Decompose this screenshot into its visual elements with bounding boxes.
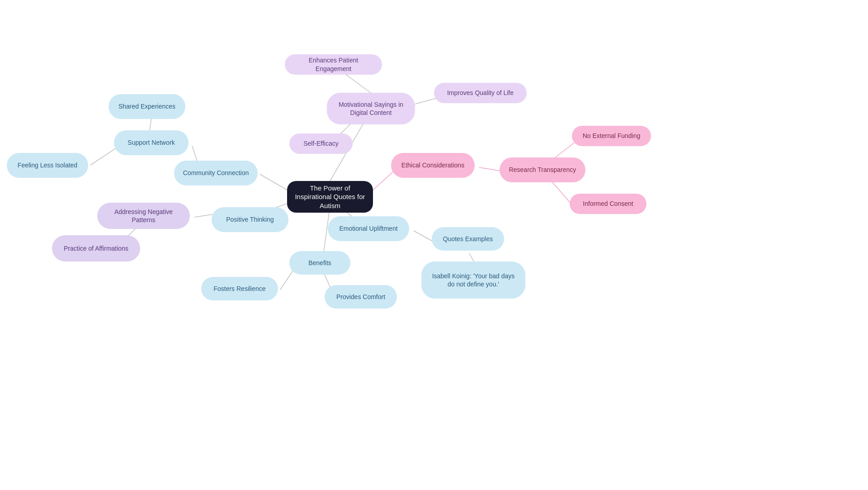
community-connection-node: Community Connection (174, 161, 258, 186)
support-network-node: Support Network (114, 130, 189, 155)
no-external-funding-node: No External Funding (572, 126, 651, 146)
svg-line-19 (414, 231, 434, 242)
provides-comfort-node: Provides Comfort (325, 285, 397, 309)
self-efficacy-node: Self-Efficacy (289, 133, 353, 154)
informed-consent-node: Informed Consent (570, 194, 646, 214)
isabell-koinig-node: Isabell Koinig: 'Your bad days do not de… (421, 262, 525, 299)
svg-line-4 (260, 174, 287, 190)
shared-experiences-node: Shared Experiences (108, 94, 185, 119)
enhances-node: Enhances Patient Engagement (285, 54, 382, 75)
benefits-node: Benefits (289, 251, 350, 275)
svg-line-17 (280, 269, 294, 290)
feeling-less-isolated-node: Feeling Less Isolated (7, 153, 88, 178)
research-transparency-node: Research Transparency (500, 157, 585, 182)
center-node: The Power of Inspirational Quotes for Au… (287, 181, 373, 213)
quotes-examples-node: Quotes Examples (432, 227, 504, 251)
emotional-upliftment-node: Emotional Upliftment (328, 216, 409, 241)
improves-quality-node: Improves Quality of Life (434, 83, 527, 103)
fosters-resilience-node: Fosters Resilience (201, 277, 278, 300)
positive-thinking-node: Positive Thinking (212, 207, 288, 232)
motivational-node: Motivational Sayings in Digital Content (327, 93, 415, 124)
practice-affirmations-node: Practice of Affirmations (52, 235, 140, 262)
ethical-considerations-node: Ethical Considerations (391, 153, 475, 178)
addressing-negative-node: Addressing Negative Patterns (97, 203, 190, 229)
